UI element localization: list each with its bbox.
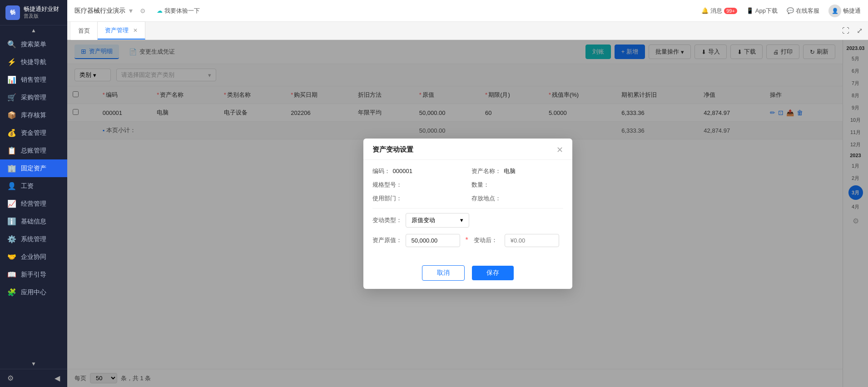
save-button[interactable]: 保存: [472, 266, 514, 280]
tab-home[interactable]: 首页: [71, 22, 98, 40]
modal-field-asset-name: 资产名称： 电脑: [471, 167, 563, 175]
after-change-input[interactable]: [505, 234, 559, 247]
sidebar-item-system[interactable]: ⚙️ 系统管理: [0, 230, 67, 248]
sidebar-item-label: 采购管理: [21, 94, 46, 102]
sidebar-item-label: 应用中心: [21, 288, 46, 297]
sidebar-item-label: 固定资产: [21, 164, 46, 173]
cancel-button[interactable]: 取消: [422, 265, 465, 281]
modal-close-icon[interactable]: ✕: [556, 145, 563, 155]
appstore-icon: 🧩: [7, 288, 16, 297]
change-type-select[interactable]: 原值变动 ▾: [406, 213, 469, 228]
notifications-button[interactable]: 🔔 消息 99+: [701, 7, 737, 15]
modal-asset-change: 资产变动设置 ✕ 编码： 000001 资产名称： 电脑: [363, 139, 572, 289]
app-download-button[interactable]: 📱 App下载: [746, 7, 778, 15]
sidebar-item-collab[interactable]: 🤝 企业协同: [0, 248, 67, 266]
tab-expand-icon[interactable]: ⛶: [840, 25, 851, 37]
app-version: 普及版: [24, 13, 59, 20]
top-header: 医疗器械行业演示 ▾ ⚙ ☁ 我要体验一下 🔔 消息 99+ 📱 App下载 💬: [67, 0, 868, 22]
modal-header: 资产变动设置 ✕: [363, 139, 572, 160]
sidebar-scroll-up[interactable]: ▲: [0, 25, 67, 35]
sidebar-item-label: 系统管理: [21, 235, 46, 243]
sidebar-item-quicknav[interactable]: ⚡ 快捷导航: [0, 53, 67, 71]
settings-gear-icon[interactable]: ⚙: [140, 7, 146, 15]
logo-icon: 畅: [5, 5, 20, 20]
change-type-value: 原值变动: [412, 216, 435, 224]
collapse-icon[interactable]: ◀: [55, 374, 60, 382]
modal-row-change-type: 变动类型： 原值变动 ▾: [372, 213, 563, 228]
sidebar-item-purchase[interactable]: 🛒 采购管理: [0, 89, 67, 106]
quicknav-icon: ⚡: [7, 58, 16, 66]
settings-icon[interactable]: ⚙: [7, 374, 14, 382]
asset-value-label: 资产原值：: [372, 236, 402, 244]
download-icon: 📱: [746, 7, 754, 14]
sidebar-item-guide[interactable]: 📖 新手引导: [0, 266, 67, 283]
header-right: 🔔 消息 99+ 📱 App下载 💬 在线客服 👤 畅捷通: [701, 5, 861, 17]
online-service-button[interactable]: 💬 在线客服: [787, 7, 819, 15]
sidebar-item-label: 销售管理: [21, 76, 46, 84]
sidebar-item-label: 库存核算: [21, 111, 46, 119]
sidebar-bottom: ⚙ ◀: [0, 369, 67, 387]
asset-value-input[interactable]: [406, 234, 460, 247]
sidebar-item-payroll[interactable]: 👤 工资: [0, 177, 67, 195]
sidebar-item-ledger[interactable]: 📋 总账管理: [0, 142, 67, 159]
sidebar-scroll-down[interactable]: ▼: [0, 359, 67, 369]
user-avatar[interactable]: 👤 畅捷通: [828, 5, 861, 17]
spec-label: 规格型号：: [372, 181, 402, 189]
modal-title: 资产变动设置: [372, 145, 413, 154]
modal-body: 编码： 000001 资产名称： 电脑 规格型号：: [363, 160, 572, 261]
sidebar-item-ops[interactable]: 📈 经营管理: [0, 195, 67, 213]
qty-label: 数量：: [471, 181, 489, 189]
ops-icon: 📈: [7, 199, 16, 208]
company-dropdown-icon[interactable]: ▾: [129, 6, 133, 15]
tabs-bar: 首页 资产管理 ✕ ⛶ ⤢: [67, 22, 868, 40]
sidebar-item-search[interactable]: 🔍 搜索菜单: [0, 35, 67, 53]
experience-icon: ☁: [157, 7, 163, 14]
experience-link[interactable]: ☁ 我要体验一下: [157, 7, 200, 15]
loc-label: 存放地点：: [471, 194, 501, 203]
modal-row-values: 资产原值： * 变动后：: [372, 234, 563, 247]
modal-row-spec-qty: 规格型号： 数量：: [372, 181, 563, 189]
tab-close-icon[interactable]: ✕: [133, 27, 138, 34]
sidebar-item-label: 新手引导: [21, 271, 46, 279]
sidebar: 畅 畅捷通好业财 普及版 ▲ 🔍 搜索菜单 ⚡ 快捷导航 📊 销售管理 🛒 采购…: [0, 0, 67, 387]
sidebar-logo: 畅 畅捷通好业财 普及版: [0, 0, 67, 25]
collab-icon: 🤝: [7, 253, 16, 261]
sidebar-item-label: 基础信息: [21, 218, 46, 226]
sidebar-item-label: 企业协同: [21, 253, 46, 261]
purchase-icon: 🛒: [7, 93, 16, 102]
sidebar-item-inventory[interactable]: 📦 库存核算: [0, 106, 67, 124]
sidebar-item-label: 总账管理: [21, 147, 46, 155]
modal-footer: 取消 保存: [363, 261, 572, 289]
sidebar-nav: 🔍 搜索菜单 ⚡ 快捷导航 📊 销售管理 🛒 采购管理 📦 库存核算 💰 资金管…: [0, 35, 67, 359]
app-name: 畅捷通好业财: [24, 5, 59, 13]
sidebar-item-finance[interactable]: 💰 资金管理: [0, 124, 67, 142]
change-type-label: 变动类型：: [372, 216, 402, 224]
basic-icon: ℹ️: [7, 217, 16, 226]
sidebar-item-sales[interactable]: 📊 销售管理: [0, 71, 67, 89]
sidebar-item-label: 经营管理: [21, 200, 46, 208]
modal-field-loc: 存放地点：: [471, 194, 563, 203]
code-value: 000001: [393, 168, 412, 174]
after-change-label: 变动后：: [474, 236, 501, 244]
system-icon: ⚙️: [7, 235, 16, 243]
modal-field-qty: 数量：: [471, 181, 563, 189]
bell-icon: 🔔: [701, 7, 709, 14]
tab-fullscreen-icon[interactable]: ⤢: [855, 25, 864, 37]
sidebar-item-label: 快捷导航: [21, 58, 46, 66]
service-icon: 💬: [787, 7, 794, 14]
main-area: 医疗器械行业演示 ▾ ⚙ ☁ 我要体验一下 🔔 消息 99+ 📱 App下载 💬: [67, 0, 868, 387]
sidebar-item-basic[interactable]: ℹ️ 基础信息: [0, 213, 67, 230]
inventory-icon: 📦: [7, 111, 16, 119]
page-content: ⊞ 资产明细 📄 变更生成凭证 刘账 + 新增 批量操作 ▾: [67, 40, 868, 387]
modal-field-code: 编码： 000001: [372, 167, 464, 175]
fixedasset-icon: 🏢: [7, 164, 16, 173]
modal-overlay: 资产变动设置 ✕ 编码： 000001 资产名称： 电脑: [67, 40, 843, 387]
dept-label: 使用部门：: [372, 194, 402, 203]
notifications-badge: 99+: [724, 8, 737, 14]
sidebar-item-appstore[interactable]: 🧩 应用中心: [0, 283, 67, 301]
search-icon: 🔍: [7, 40, 16, 49]
modal-row-code-name: 编码： 000001 资产名称： 电脑: [372, 167, 563, 175]
tabs-bar-right: ⛶ ⤢: [840, 25, 864, 37]
sidebar-item-fixedasset[interactable]: 🏢 固定资产: [0, 159, 67, 177]
tab-asset-management[interactable]: 资产管理 ✕: [98, 21, 145, 40]
